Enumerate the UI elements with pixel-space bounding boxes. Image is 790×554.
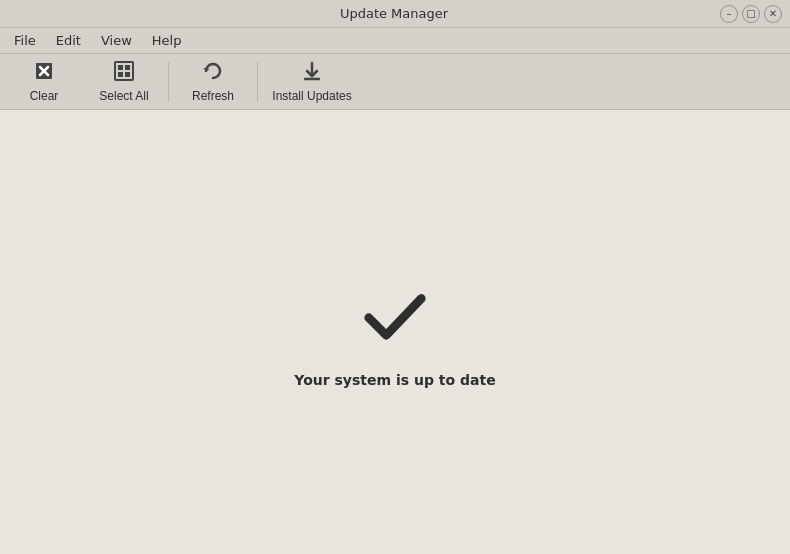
restore-button[interactable]: □ — [742, 5, 760, 23]
menu-edit[interactable]: Edit — [46, 31, 91, 50]
menu-file[interactable]: File — [4, 31, 46, 50]
select-all-icon — [113, 60, 135, 85]
clear-button[interactable]: Clear — [4, 57, 84, 107]
clear-icon — [33, 60, 55, 85]
svg-rect-5 — [125, 65, 130, 70]
minimize-button[interactable]: – — [720, 5, 738, 23]
menu-bar: File Edit View Help — [0, 28, 790, 54]
window-title: Update Manager — [68, 6, 720, 21]
refresh-icon — [202, 60, 224, 85]
title-bar: Update Manager – □ ✕ — [0, 0, 790, 28]
select-all-label: Select All — [99, 89, 148, 103]
svg-rect-7 — [125, 72, 130, 77]
clear-label: Clear — [30, 89, 59, 103]
close-button[interactable]: ✕ — [764, 5, 782, 23]
menu-view[interactable]: View — [91, 31, 142, 50]
menu-help[interactable]: Help — [142, 31, 192, 50]
svg-rect-3 — [115, 62, 133, 80]
refresh-button[interactable]: Refresh — [173, 57, 253, 107]
toolbar-separator-2 — [257, 62, 258, 102]
svg-rect-4 — [118, 65, 123, 70]
toolbar-separator-1 — [168, 62, 169, 102]
status-message: Your system is up to date — [294, 372, 495, 388]
toolbar: Clear Select All Refresh — [0, 54, 790, 110]
main-content: Your system is up to date — [0, 110, 790, 554]
install-updates-icon — [301, 60, 323, 85]
install-updates-label: Install Updates — [272, 89, 351, 103]
select-all-button[interactable]: Select All — [84, 57, 164, 107]
svg-rect-6 — [118, 72, 123, 77]
checkmark-icon — [355, 276, 435, 356]
refresh-label: Refresh — [192, 89, 234, 103]
window-controls: – □ ✕ — [720, 5, 782, 23]
install-updates-button[interactable]: Install Updates — [262, 57, 362, 107]
